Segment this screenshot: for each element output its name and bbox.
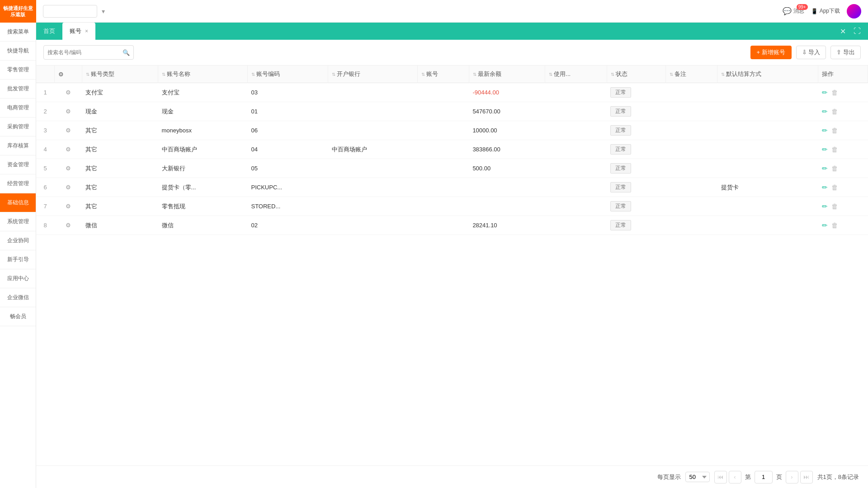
page-last-button[interactable]: ⏭ <box>800 471 813 483</box>
toolbar-right: + 新增账号 ⇩ 导入 ⇧ 导出 <box>750 46 861 59</box>
sidebar-nav: 搜索菜单快捷导航零售管理批发管理电商管理采购管理库存核算资金管理经营管理基础信息… <box>0 23 36 488</box>
tab-expand-icon[interactable]: ⛶ <box>852 26 863 37</box>
sort-icon-status: ⇅ <box>611 72 614 77</box>
delete-button[interactable]: 🗑 <box>831 145 838 153</box>
row-settings-icon[interactable]: ⚙ <box>54 83 82 102</box>
table-row: 3⚙其它moneybosx0610000.00正常 ✏ 🗑 <box>36 121 868 140</box>
row-settings-icon[interactable]: ⚙ <box>54 140 82 159</box>
search-input[interactable] <box>47 49 123 56</box>
gear-icon[interactable]: ⚙ <box>66 127 71 134</box>
delete-button[interactable]: 🗑 <box>831 202 838 210</box>
row-remark <box>666 216 717 235</box>
sidebar-item-采购管理[interactable]: 采购管理 <box>0 117 36 136</box>
col-type[interactable]: ⇅账号类型 <box>82 66 158 83</box>
tab-account[interactable]: 账号 × <box>62 23 95 40</box>
row-account <box>418 197 469 216</box>
tab-close-action-icon[interactable]: ✕ <box>837 26 848 37</box>
edit-button[interactable]: ✏ <box>822 108 828 116</box>
page-prev-button[interactable]: ‹ <box>729 471 741 483</box>
gear-icon[interactable]: ⚙ <box>66 108 71 115</box>
sidebar-item-经营管理[interactable]: 经营管理 <box>0 174 36 193</box>
sidebar-item-畅会员[interactable]: 畅会员 <box>0 307 36 326</box>
col-default_payment[interactable]: ⇅默认结算方式 <box>717 66 818 83</box>
col-balance[interactable]: ⇅最新余额 <box>469 66 545 83</box>
col-usage[interactable]: ⇅使用... <box>545 66 607 83</box>
gear-icon[interactable]: ⚙ <box>66 165 71 172</box>
edit-button[interactable]: ✏ <box>822 127 828 135</box>
edit-button[interactable]: ✏ <box>822 183 828 192</box>
edit-button[interactable]: ✏ <box>822 221 828 230</box>
col-remark[interactable]: ⇅备注 <box>666 66 717 83</box>
sidebar-item-搜索菜单[interactable]: 搜索菜单 <box>0 23 36 42</box>
add-account-button[interactable]: + 新增账号 <box>750 46 792 59</box>
sidebar-item-批发管理[interactable]: 批发管理 <box>0 80 36 99</box>
col-account[interactable]: ⇅账号 <box>418 66 469 83</box>
sidebar-item-快捷导航[interactable]: 快捷导航 <box>0 42 36 61</box>
edit-button[interactable]: ✏ <box>822 202 828 211</box>
col-name[interactable]: ⇅账号名称 <box>158 66 248 83</box>
row-account <box>418 121 469 140</box>
row-usage <box>545 121 607 140</box>
row-settings-icon[interactable]: ⚙ <box>54 178 82 197</box>
tab-home[interactable]: 首页 <box>36 23 62 40</box>
edit-button[interactable]: ✏ <box>822 89 828 97</box>
accounts-table: ⚙⇅账号类型⇅账号名称⇅账号编码⇅开户银行⇅账号⇅最新余额⇅使用...⇅状态⇅备… <box>36 66 868 235</box>
edit-button[interactable]: ✏ <box>822 164 828 173</box>
sidebar-item-应用中心[interactable]: 应用中心 <box>0 269 36 288</box>
import-button[interactable]: ⇩ 导入 <box>796 46 826 59</box>
row-settings-icon[interactable]: ⚙ <box>54 216 82 235</box>
row-settings-icon[interactable]: ⚙ <box>54 197 82 216</box>
col-status[interactable]: ⇅状态 <box>607 66 666 83</box>
delete-button[interactable]: 🗑 <box>831 164 838 172</box>
sidebar-item-新手引导[interactable]: 新手引导 <box>0 250 36 269</box>
search-box[interactable]: 🔍 <box>43 45 134 60</box>
logo: 畅捷通好生意 乐遮版 <box>0 0 36 23</box>
page-input[interactable] <box>755 471 773 483</box>
row-default-payment <box>717 140 818 159</box>
row-status: 正常 <box>607 216 666 235</box>
row-code: 04 <box>247 140 328 159</box>
page-next-button[interactable]: › <box>786 471 798 483</box>
sidebar-item-企业微信[interactable]: 企业微信 <box>0 288 36 307</box>
delete-button[interactable]: 🗑 <box>831 108 838 115</box>
row-settings-icon[interactable]: ⚙ <box>54 159 82 178</box>
gear-icon[interactable]: ⚙ <box>66 146 71 153</box>
per-page-select[interactable]: 50 20 100 <box>685 472 710 482</box>
row-settings-icon[interactable]: ⚙ <box>54 102 82 121</box>
gear-icon[interactable]: ⚙ <box>66 203 71 210</box>
row-settings-icon[interactable]: ⚙ <box>54 121 82 140</box>
sidebar-item-库存核算[interactable]: 库存核算 <box>0 136 36 155</box>
row-name: 微信 <box>158 216 248 235</box>
gear-icon[interactable]: ⚙ <box>66 184 71 191</box>
gear-icon[interactable]: ⚙ <box>66 89 71 96</box>
gear-icon[interactable]: ⚙ <box>66 222 71 229</box>
search-icon[interactable]: 🔍 <box>123 49 130 56</box>
sidebar-item-资金管理[interactable]: 资金管理 <box>0 155 36 174</box>
messages-button[interactable]: 💬 消息 99+ <box>783 7 804 15</box>
row-balance: 383866.00 <box>469 140 545 159</box>
edit-button[interactable]: ✏ <box>822 145 828 154</box>
row-usage <box>545 159 607 178</box>
per-page-label: 每页显示 <box>657 473 681 481</box>
row-balance: 500.00 <box>469 159 545 178</box>
dropdown-arrow-icon[interactable]: ▾ <box>102 8 105 15</box>
sidebar-item-系统管理[interactable]: 系统管理 <box>0 212 36 231</box>
sidebar-item-企业协同[interactable]: 企业协同 <box>0 231 36 250</box>
col-code[interactable]: ⇅账号编码 <box>247 66 328 83</box>
sidebar-item-电商管理[interactable]: 电商管理 <box>0 99 36 117</box>
sidebar-item-零售管理[interactable]: 零售管理 <box>0 61 36 80</box>
user-avatar[interactable] <box>847 4 861 19</box>
delete-button[interactable]: 🗑 <box>831 183 838 191</box>
col-bank[interactable]: ⇅开户银行 <box>328 66 418 83</box>
tab-close-icon[interactable]: × <box>85 28 88 34</box>
delete-button[interactable]: 🗑 <box>831 127 838 134</box>
app-download-button[interactable]: 📱 App下载 <box>811 7 840 15</box>
export-button[interactable]: ⇧ 导出 <box>830 46 861 59</box>
top-search-input[interactable] <box>43 5 97 18</box>
sidebar-item-基础信息[interactable]: 基础信息 <box>0 193 36 212</box>
delete-button[interactable]: 🗑 <box>831 221 838 229</box>
sort-icon-balance: ⇅ <box>473 72 476 77</box>
page-first-button[interactable]: ⏮ <box>714 471 727 483</box>
content-area: 🔍 + 新增账号 ⇩ 导入 ⇧ 导出 ⚙⇅账号类型⇅账号名称⇅账号编码⇅开户银行… <box>36 40 868 488</box>
delete-button[interactable]: 🗑 <box>831 89 838 96</box>
